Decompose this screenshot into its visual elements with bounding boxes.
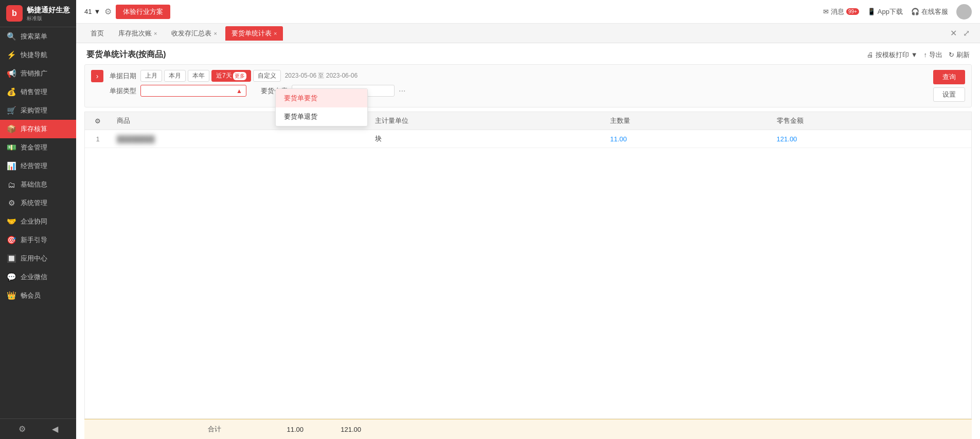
query-button[interactable]: 查询 [933,70,965,84]
sidebar-item-finance[interactable]: 💵 资金管理 [0,138,76,157]
table-row: 1 ████████ 块 11.00 121.00 [85,130,971,148]
phone-icon: 📱 [867,8,876,15]
warehouse-more-icon[interactable]: ··· [399,86,405,96]
col-quantity: 主数量 [604,112,771,130]
table-header: ⚙ 商品 主计量单位 主数量 零售金额 [85,112,971,130]
date-buttons: 上月 本月 本年 近7天 更多 自定义 [140,70,281,82]
sidebar-item-basic[interactable]: 🗂 基础信息 [0,175,76,194]
sidebar-item-member[interactable]: 👑 畅会员 [0,286,76,305]
tab-home[interactable]: 首页 [84,26,110,41]
tab-receivable-summary[interactable]: 收发存汇总表 × [165,26,223,41]
close-receivable-summary-icon[interactable]: × [213,30,217,36]
amount-link[interactable]: 121.00 [777,135,797,143]
system-icon: ⚙ [6,198,16,208]
filter-settings-button[interactable]: 设置 [933,87,965,102]
close-inventory-batch-icon[interactable]: × [154,30,157,36]
sales-icon: 💰 [6,87,16,97]
date-btn-recent7[interactable]: 近7天 更多 [211,70,251,82]
apps-icon: 🔲 [6,254,16,263]
basic-icon: 🗂 [6,180,16,189]
sidebar-item-sales[interactable]: 💰 销售管理 [0,83,76,101]
sidebar-item-operation[interactable]: 📊 经营管理 [0,157,76,175]
date-btn-last-month[interactable]: 上月 [140,70,162,82]
topbar: 41 ▼ ⚙ 体验行业方案 ✉ 消息 99+ 📱 App下载 🎧 在线客服 [76,0,980,24]
page-title: 要货单统计表(按商品) [86,49,166,60]
row-amount: 121.00 [771,130,971,148]
chevron-down-icon: ▼ [94,8,100,15]
sidebar-collapse-icon[interactable]: ◀ [52,424,58,434]
app-logo-icon: b [6,5,23,22]
export-action[interactable]: ↑ 导出 [924,50,943,60]
summary-row: 合计 11.00 121.00 [84,419,972,439]
refresh-action[interactable]: ↻ 刷新 [949,50,970,60]
topbar-left: 41 ▼ ⚙ 体验行业方案 [84,5,817,19]
sidebar-item-enterprise[interactable]: 🤝 企业协同 [0,212,76,231]
row-seq: 1 [85,130,111,148]
search-icon: 🔍 [6,32,16,41]
main-area: 41 ▼ ⚙ 体验行业方案 ✉ 消息 99+ 📱 App下载 🎧 在线客服 [76,0,980,439]
sidebar-item-system[interactable]: ⚙ 系统管理 [0,194,76,212]
row-unit: 块 [369,130,604,148]
summary-label: 合计 [208,425,221,434]
finance-icon: 💵 [6,143,16,152]
tab-inventory-batch[interactable]: 库存批次账 × [112,26,163,41]
marketing-icon: 📢 [6,69,16,78]
sidebar-item-marketing[interactable]: 📢 营销推广 [0,64,76,83]
user-avatar[interactable] [956,4,972,20]
app-logo-text: 畅捷通好生意 标准版 [27,5,70,21]
row-quantity: 11.00 [604,130,771,148]
dropdown-item-purchase-order[interactable]: 要货单要货 [276,89,367,107]
sidebar-item-purchase[interactable]: 🛒 采购管理 [0,101,76,120]
operation-icon: 📊 [6,161,16,171]
quicknav-icon: ⚡ [6,50,16,60]
date-btn-this-month[interactable]: 本月 [164,70,186,82]
sidebar-item-wechat[interactable]: 💬 企业微信 [0,268,76,286]
print-action[interactable]: 🖨 按模板打印 ▼ [867,50,918,60]
tabbar-right-controls: ✕ ⤢ [948,27,972,39]
tabbar: 首页 库存批次账 × 收发存汇总表 × 要货单统计表 × ✕ ⤢ [76,24,980,43]
data-table-wrapper: ⚙ 商品 主计量单位 主数量 零售金额 1 ████████ 块 [84,112,972,419]
page-actions: 🖨 按模板打印 ▼ ↑ 导出 ↻ 刷新 [867,50,970,60]
export-icon: ↑ [924,51,928,59]
type-select-input[interactable] [140,85,246,97]
data-table: ⚙ 商品 主计量单位 主数量 零售金额 1 ████████ 块 [85,112,971,148]
tab-order-stats[interactable]: 要货单统计表 × [225,26,283,41]
sidebar-bottom: ⚙ ◀ [0,418,76,439]
sidebar-item-search[interactable]: 🔍 搜索菜单 [0,27,76,46]
topbar-settings-icon[interactable]: ⚙ [104,7,112,16]
app-download-item[interactable]: 📱 App下载 [867,7,903,16]
date-btn-this-year[interactable]: 本年 [188,70,209,82]
filter-bar: › 单据日期 上月 本月 本年 近7天 更多 自定义 2023-05-06 至 [84,64,972,107]
col-settings[interactable]: ⚙ [85,112,111,130]
sidebar-item-apps[interactable]: 🔲 应用中心 [0,249,76,268]
col-amount: 零售金额 [771,112,971,130]
print-chevron-icon: ▼ [911,51,918,59]
dropdown-item-purchase-return[interactable]: 要货单退货 [276,107,367,126]
sidebar-settings-icon[interactable]: ⚙ [19,424,26,434]
quantity-link[interactable]: 11.00 [610,135,627,143]
recent-badge: 更多 [233,72,246,80]
tab-expand-icon[interactable]: ⤢ [961,27,972,39]
wechat-icon: 💬 [6,272,16,282]
message-item[interactable]: ✉ 消息 99+ [823,7,859,16]
sidebar-item-guide[interactable]: 🎯 新手引导 [0,231,76,249]
guide-icon: 🎯 [6,235,16,245]
trial-button[interactable]: 体验行业方案 [116,5,170,19]
sidebar-item-quick-nav[interactable]: ⚡ 快捷导航 [0,46,76,64]
summary-amount: 121.00 [320,426,361,433]
tab-close-all-icon[interactable]: ✕ [948,27,959,39]
online-service-item[interactable]: 🎧 在线客服 [911,7,948,16]
topbar-right: ✉ 消息 99+ 📱 App下载 🎧 在线客服 [823,4,972,20]
company-selector[interactable]: 41 ▼ [84,8,100,15]
type-select-wrapper: ▲ [140,85,246,97]
member-icon: 👑 [6,291,16,300]
filter-expand-button[interactable]: › [91,70,103,82]
close-order-stats-icon[interactable]: × [274,30,277,36]
message-icon: ✉ [823,8,829,15]
sidebar-item-inventory[interactable]: 📦 库存核算 [0,120,76,138]
summary-quantity: 11.00 [262,426,304,433]
date-btn-custom[interactable]: 自定义 [253,70,281,82]
product-name-blurred: ████████ [117,135,155,143]
filter-date-row: 单据日期 上月 本月 本年 近7天 更多 自定义 2023-05-06 至 20… [110,70,405,82]
inventory-icon: 📦 [6,124,16,134]
